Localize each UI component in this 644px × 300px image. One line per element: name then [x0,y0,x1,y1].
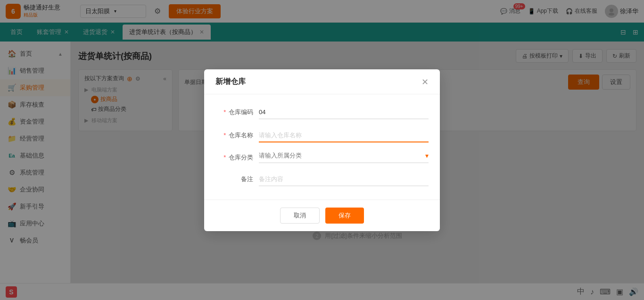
warehouse-code-input[interactable] [259,106,429,119]
modal-header: 新增仓库 ✕ [204,69,440,94]
warehouse-note-group: 备注 [215,173,429,186]
warehouse-name-group: * 仓库名称 [215,129,429,142]
warehouse-code-group: * 仓库编码 [215,106,429,119]
save-button[interactable]: 保存 [325,208,364,224]
warehouse-name-input[interactable] [259,129,429,142]
required-star: * [223,132,226,139]
modal-body: * 仓库编码 * 仓库名称 * 仓库分类 [204,94,440,200]
cancel-button[interactable]: 取消 [280,208,320,224]
new-warehouse-modal: 新增仓库 ✕ * 仓库编码 * 仓库名称 [204,69,440,231]
required-star: * [223,154,226,161]
select-arrow-icon: ▾ [425,152,429,159]
warehouse-category-select[interactable]: ▾ [259,152,429,163]
modal-title: 新增仓库 [215,77,246,87]
required-star: * [223,108,226,116]
modal-overlay: 新增仓库 ✕ * 仓库编码 * 仓库名称 [0,0,644,300]
modal-close-icon[interactable]: ✕ [421,77,429,87]
warehouse-category-group: * 仓库分类 ▾ [215,152,429,163]
warehouse-note-input[interactable] [259,173,429,186]
modal-footer: 取消 保存 [204,200,440,231]
category-input[interactable] [259,152,425,159]
